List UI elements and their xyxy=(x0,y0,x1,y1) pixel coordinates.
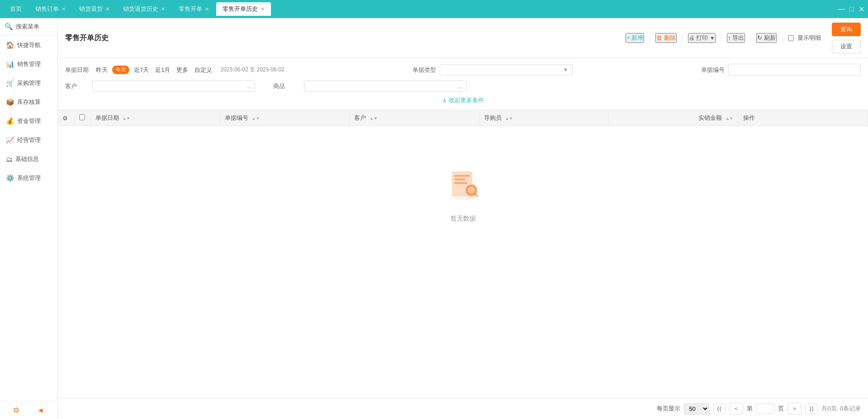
search-icon: 🔍 xyxy=(5,23,13,31)
customer-dots-icon: ... xyxy=(246,83,251,89)
guide-col-header[interactable]: 导购员 ▲▼ xyxy=(479,110,608,126)
filter-area: 单据日期 昨天 今天 近7天 近1月 更多 自定义 2023-06-02 至 2… xyxy=(58,58,868,110)
sidebar-settings-btn[interactable]: ⚙ xyxy=(13,406,19,414)
select-all-checkbox[interactable] xyxy=(79,114,85,120)
amount-col-header[interactable]: 实销金额 ▲▼ xyxy=(609,110,738,126)
customer-col-header[interactable]: 客户 ▲▼ xyxy=(350,110,479,126)
checkbox-col-header[interactable] xyxy=(74,110,90,126)
window-controls: — □ ✕ xyxy=(838,5,864,14)
table-area: ⚙ 单据日期 ▲▼ 单据编号 ▲▼ xyxy=(58,110,868,398)
query-button[interactable]: 查询 xyxy=(832,23,861,36)
sidebar-item-ops-mgmt[interactable]: 📈 经营管理 xyxy=(0,131,57,150)
tab-retail-open[interactable]: 零售开单 ✕ xyxy=(172,2,215,16)
page-title: 零售开单历史 xyxy=(65,33,626,43)
guide-sort-icon: ▲▼ xyxy=(505,117,513,121)
prev-page-btn[interactable]: ＜ xyxy=(729,403,743,414)
per-page-select[interactable]: 50 10 20 100 xyxy=(684,403,709,414)
doc-no-col-header[interactable]: 单据编号 ▲▼ xyxy=(220,110,349,126)
tab-retail-open-history[interactable]: 零售开单历史 ✕ xyxy=(216,2,271,16)
date-last-month[interactable]: 近1月 xyxy=(153,65,172,75)
sidebar-item-quick-nav[interactable]: 🏠 快捷导航 xyxy=(0,36,57,55)
sidebar: 🔍 搜索菜单 🏠 快捷导航 📊 销售管理 🛒 采购管理 📦 库存核算 💰 资金管… xyxy=(0,18,58,419)
sidebar-item-basic-info[interactable]: 🗂 基础信息 xyxy=(0,150,57,169)
content-area: 零售开单历史 + 新增 🗑 删除 🖨 打印 ▼ ↑ 导出 xyxy=(58,18,868,419)
guide-col-label: 导购员 xyxy=(484,114,502,121)
doc-no-sort-icon: ▲▼ xyxy=(252,117,260,121)
customer-input[interactable]: ... xyxy=(92,80,255,92)
date-label: 单据日期 xyxy=(65,66,92,74)
delete-button[interactable]: 🗑 删除 xyxy=(655,33,677,43)
sidebar-search[interactable]: 🔍 搜索菜单 xyxy=(0,18,57,36)
empty-icon xyxy=(441,162,486,207)
folder-icon: 🗂 xyxy=(6,155,13,163)
display-toggle[interactable]: 显示明细 xyxy=(788,34,821,42)
export-button[interactable]: ↑ 导出 xyxy=(727,33,745,43)
divider1 xyxy=(650,34,650,42)
action-col-label: 操作 xyxy=(743,114,755,121)
customer-label: 客户 xyxy=(65,82,92,90)
sidebar-item-sys-mgmt[interactable]: ⚙️ 系统管理 xyxy=(0,169,57,188)
doc-type-select[interactable]: ▼ xyxy=(440,64,573,75)
date-col-label: 单据日期 xyxy=(95,114,119,121)
filter-row-2: 客户 ... 商品 ... xyxy=(65,80,861,92)
settings-col-header[interactable]: ⚙ xyxy=(58,110,74,126)
add-button[interactable]: + 新增 xyxy=(626,33,644,43)
box-icon: 📦 xyxy=(6,98,14,106)
tab-sales-return-history[interactable]: 销货退货历史 ✕ xyxy=(117,2,171,16)
doc-no-col-label: 单据编号 xyxy=(225,114,248,121)
sidebar-item-finance[interactable]: 💰 资金管理 xyxy=(0,112,57,131)
collapse-more[interactable]: ∧ 收起更多条件 xyxy=(65,96,861,104)
doc-no-label: 单据编号 xyxy=(697,66,725,74)
date-col-header[interactable]: 单据日期 ▲▼ xyxy=(90,110,220,126)
svg-rect-4 xyxy=(454,182,468,184)
tab-sales-return[interactable]: 销货退货 ✕ xyxy=(73,2,116,16)
divider4 xyxy=(750,34,751,42)
main-layout: 🔍 搜索菜单 🏠 快捷导航 📊 销售管理 🛒 采购管理 📦 库存核算 💰 资金管… xyxy=(0,18,868,419)
refresh-button[interactable]: ↻ 刷新 xyxy=(756,33,777,43)
display-cols-checkbox[interactable] xyxy=(788,35,794,41)
customer-sort-icon: ▲▼ xyxy=(370,117,378,121)
doc-no-input[interactable] xyxy=(728,64,861,76)
tab-bar: 首页 销售订单 ✕ 销货退货 ✕ 销货退货历史 ✕ 零售开单 ✕ 零售开单历史 … xyxy=(0,0,868,18)
filter-row-1: 单据日期 昨天 今天 近7天 近1月 更多 自定义 2023-06-02 至 2… xyxy=(65,64,861,76)
sidebar-item-sales-mgmt[interactable]: 📊 销售管理 xyxy=(0,55,57,74)
tab-close-sales-order[interactable]: ✕ xyxy=(62,6,66,12)
close-btn[interactable]: ✕ xyxy=(859,5,864,14)
gear-icon: ⚙️ xyxy=(6,174,14,182)
tab-close-retail-open-history[interactable]: ✕ xyxy=(261,6,265,12)
maximize-btn[interactable]: □ xyxy=(849,5,854,14)
print-arrow-icon: ▼ xyxy=(710,35,715,41)
data-table: ⚙ 单据日期 ▲▼ 单据编号 ▲▼ xyxy=(58,110,868,126)
sidebar-item-inventory[interactable]: 📦 库存核算 xyxy=(0,93,57,112)
date-custom[interactable]: 自定义 xyxy=(193,65,214,75)
sidebar-bottom: ⚙ ◄ xyxy=(0,401,57,419)
first-page-btn[interactable]: ⟨⟨ xyxy=(713,404,726,414)
date-today[interactable]: 今天 xyxy=(112,66,129,74)
minimize-btn[interactable]: — xyxy=(838,5,845,14)
divider2 xyxy=(682,34,683,42)
date-more[interactable]: 更多 xyxy=(175,65,190,75)
tab-close-retail-open[interactable]: ✕ xyxy=(205,6,209,12)
home-icon: 🏠 xyxy=(6,41,14,49)
goods-input[interactable]: ... xyxy=(304,80,467,92)
last-page-btn[interactable]: ⟩⟩ xyxy=(805,404,818,414)
tab-sales-order[interactable]: 销售订单 ✕ xyxy=(29,2,72,16)
print-button[interactable]: 🖨 打印 ▼ xyxy=(688,33,716,43)
date-yesterday[interactable]: 昨天 xyxy=(94,65,109,75)
doc-type-arrow-icon: ▼ xyxy=(563,66,569,73)
tab-close-sales-return[interactable]: ✕ xyxy=(105,6,109,12)
divider5 xyxy=(782,34,783,42)
page-total: 共0页, 0条记录 xyxy=(821,405,861,413)
query-settings-group: 查询 设置 xyxy=(832,23,861,53)
tab-home[interactable]: 首页 xyxy=(4,2,28,16)
tab-close-sales-return-history[interactable]: ✕ xyxy=(161,6,165,12)
empty-state: 暂无数据 xyxy=(58,126,868,259)
sidebar-item-purchase-mgmt[interactable]: 🛒 采购管理 xyxy=(0,74,57,93)
goods-dots-icon: ... xyxy=(458,83,463,89)
money-icon: 💰 xyxy=(6,117,14,125)
settings-button[interactable]: 设置 xyxy=(832,40,861,53)
date-last7[interactable]: 近7天 xyxy=(132,65,151,75)
next-page-btn[interactable]: ＞ xyxy=(787,403,802,414)
current-page-input[interactable]: 1 xyxy=(756,404,774,414)
sidebar-collapse-btn[interactable]: ◄ xyxy=(37,406,44,414)
